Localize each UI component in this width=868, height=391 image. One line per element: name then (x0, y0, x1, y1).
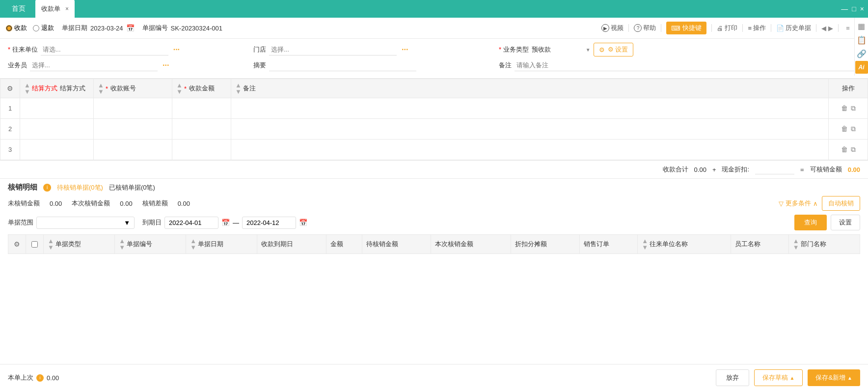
amount-cell-1[interactable] (172, 98, 231, 119)
pending-tab[interactable]: 待核销单据(0笔) (57, 183, 103, 192)
settle-cell-1[interactable] (20, 98, 94, 119)
shortcut-btn[interactable]: ⌨ 快捷键 (666, 22, 706, 34)
save-draft-chevron: ▲ (790, 375, 795, 381)
diff-value: 0.00 (178, 200, 190, 207)
table-gear-icon[interactable]: ⚙ (7, 84, 13, 92)
store-label: 门店 (253, 45, 266, 54)
tab-bar: 首页 收款单 × — □ × (0, 0, 868, 18)
select-all-checkbox[interactable] (31, 241, 38, 248)
sidebar-icon-4[interactable]: Ai (855, 61, 868, 74)
due-date-field: 到期日 📅 — 📅 (142, 217, 307, 229)
copy-icon-3[interactable]: ⧉ (851, 145, 856, 154)
maximize-btn[interactable]: □ (852, 5, 856, 13)
hexiao-stats-right: ▽ 更多条件 ∧ 自动核销 (779, 196, 860, 211)
counterpart-more-icon[interactable]: ··· (173, 45, 180, 54)
save-draft-btn[interactable]: 保存草稿 ▲ (754, 369, 803, 386)
delete-icon-2[interactable]: 🗑 (841, 125, 848, 133)
net-value: 0.00 (848, 166, 860, 173)
tab-close-icon[interactable]: × (65, 5, 69, 12)
doc-range-chevron: ▼ (124, 219, 130, 226)
memo-input[interactable] (269, 59, 416, 71)
query-btn[interactable]: 查询 (794, 215, 827, 230)
filter-settings-btn[interactable]: 设置 (831, 215, 860, 230)
form-area: * 往来单位 ··· 门店 ··· * 业务类型 预收款 ▼ (0, 39, 868, 79)
receipt-table: ⚙ ▲▼ 结算方式结算方式 ▲▼ *收款账号 (0, 79, 868, 160)
hexiao-table: ⚙ ▲▼ 单据类型 (8, 234, 860, 254)
arrow-left-btn[interactable]: ◀ (821, 25, 826, 32)
settings-button[interactable]: ⚙ ⚙ 设置 (594, 43, 634, 56)
footer-info-icon[interactable]: i (36, 374, 44, 382)
toolbar-right: ▶ 视频 ? 帮助 ⌨ 快捷键 🖨 打印 ≡ 操作 (601, 22, 862, 34)
tab-current[interactable]: 收款单 × (35, 0, 75, 18)
tab-home[interactable]: 首页 (4, 0, 33, 18)
data-table-area: ⚙ ▲▼ 结算方式结算方式 ▲▼ *收款账号 (0, 79, 868, 160)
sidebar-icon-3[interactable]: 🔗 (855, 47, 868, 60)
business-type-select[interactable]: 预收款 ▼ (532, 45, 591, 54)
salesperson-input[interactable] (30, 59, 158, 71)
copy-icon-1[interactable]: ⧉ (851, 104, 856, 112)
remarks-input[interactable] (515, 59, 860, 71)
print-btn[interactable]: 🖨 打印 (717, 24, 737, 32)
date-from-calendar-icon[interactable]: 📅 (221, 219, 230, 226)
calendar-icon[interactable]: 📅 (126, 24, 135, 32)
store-more-icon[interactable]: ··· (402, 45, 408, 54)
right-sidebar: ▦ 📋 🔗 Ai (854, 18, 868, 76)
table-row: 3 🗑 ⧉ (0, 140, 868, 160)
filter-buttons: 查询 设置 (794, 215, 860, 230)
save-new-chevron: ▲ (847, 375, 852, 381)
discount-input[interactable] (755, 165, 794, 174)
auto-hexiao-btn[interactable]: 自动核销 (822, 196, 860, 211)
footer-left: 本单上次 i 0.00 (8, 373, 59, 382)
list-view-icon[interactable]: ≡ (843, 25, 852, 31)
account-cell-1[interactable] (94, 98, 172, 119)
salesperson-more-icon[interactable]: ··· (163, 61, 169, 70)
bottom-table-gear[interactable]: ⚙ (14, 240, 20, 248)
arrow-right-btn[interactable]: ▶ (828, 25, 833, 32)
minimize-btn[interactable]: — (841, 5, 848, 13)
shortcut-icon: ⌨ (671, 25, 680, 32)
video-btn[interactable]: ▶ 视频 (601, 24, 624, 32)
operation-icon: ≡ (748, 25, 752, 32)
settle-cell-2[interactable] (20, 119, 94, 140)
footer-right: 放弃 保存草稿 ▲ 保存&新增 ▲ (716, 369, 860, 386)
remarks-cell-2[interactable] (231, 119, 829, 140)
close-btn[interactable]: × (860, 5, 864, 13)
divider7 (838, 24, 839, 32)
counterpart-input[interactable] (41, 44, 168, 56)
copy-icon-2[interactable]: ⧉ (851, 125, 856, 133)
save-new-btn[interactable]: 保存&新增 ▲ (808, 369, 860, 386)
remarks-cell-1[interactable] (231, 98, 829, 119)
current-label: 本次核销金额 (72, 199, 110, 208)
history-btn[interactable]: 📄 历史单据 (776, 24, 811, 32)
col-settle-header: ▲▼ 结算方式结算方式 (24, 82, 89, 95)
more-conditions-btn[interactable]: ▽ 更多条件 ∧ (779, 199, 818, 208)
done-tab[interactable]: 已核销单据(0笔) (109, 183, 155, 192)
help-btn[interactable]: ? 帮助 (634, 24, 656, 32)
equals-sign: = (800, 166, 804, 173)
col-remarks-header: ▲▼ 备注 (235, 82, 824, 95)
account-cell-3[interactable] (94, 140, 172, 160)
hexiao-info-icon[interactable]: i (43, 184, 51, 192)
store-input[interactable] (269, 44, 397, 56)
date-to-calendar-icon[interactable]: 📅 (299, 219, 307, 226)
operation-btn[interactable]: ≡ 操作 (748, 24, 766, 32)
doc-range-select[interactable]: ▼ (36, 217, 135, 229)
sidebar-icon-1[interactable]: ▦ (855, 20, 868, 32)
delete-icon-1[interactable]: 🗑 (841, 104, 848, 112)
main-content: 收款 退款 单据日期 2023-03-24 📅 单据编号 SK-20230324… (0, 18, 868, 391)
abandon-btn[interactable]: 放弃 (716, 369, 749, 386)
due-date-from-input[interactable] (164, 217, 218, 229)
amount-cell-2[interactable] (172, 119, 231, 140)
chevron-up-icon: ∧ (813, 200, 818, 207)
account-cell-2[interactable] (94, 119, 172, 140)
remarks-cell-3[interactable] (231, 140, 829, 160)
delete-icon-3[interactable]: 🗑 (841, 145, 848, 154)
hexiao-stats: 未核销金额 0.00 本次核销金额 0.00 核销差额 0.00 ▽ 更多条件 … (8, 196, 860, 211)
sidebar-icon-2[interactable]: 📋 (855, 33, 868, 46)
radio-refund[interactable]: 退款 (33, 24, 54, 32)
settle-cell-3[interactable] (20, 140, 94, 160)
amount-cell-3[interactable] (172, 140, 231, 160)
radio-receipt[interactable]: 收款 (6, 24, 27, 32)
total-label: 收款合计 (663, 165, 688, 174)
due-date-to-input[interactable] (242, 217, 296, 229)
